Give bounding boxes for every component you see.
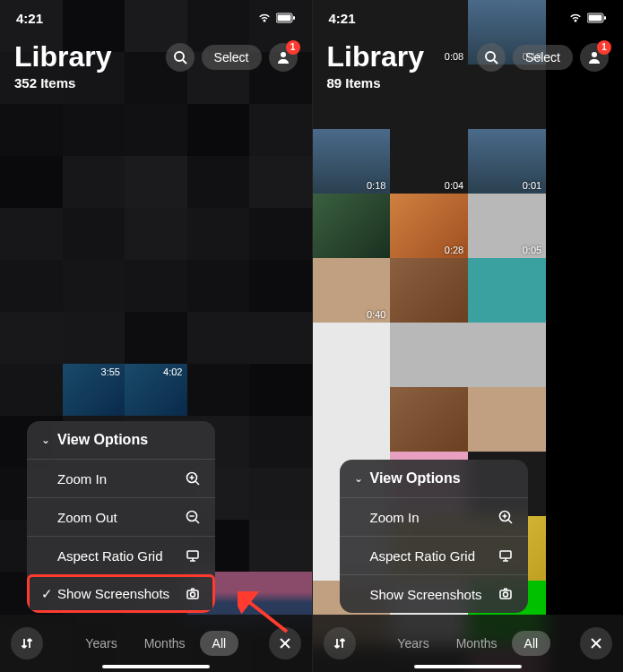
page-title: Library — [14, 40, 111, 73]
view-option-item[interactable]: Aspect Ratio Grid — [340, 536, 528, 574]
close-button[interactable] — [580, 627, 612, 659]
close-icon — [590, 637, 602, 650]
photo-thumbnail[interactable] — [468, 387, 546, 452]
photo-thumbnail[interactable] — [63, 104, 125, 156]
photo-thumbnail[interactable] — [313, 194, 391, 258]
view-option-label: Aspect Ratio Grid — [354, 548, 476, 564]
photo-thumbnail[interactable] — [187, 208, 250, 260]
photo-thumbnail[interactable]: 4:02 — [125, 364, 187, 416]
segment-months[interactable]: Months — [132, 631, 198, 656]
photo-thumbnail[interactable]: 0:40 — [313, 258, 391, 323]
view-option-label: Zoom In — [354, 510, 420, 525]
photo-thumbnail[interactable] — [125, 208, 187, 260]
zoom-in-icon — [185, 470, 201, 487]
segment-all[interactable]: All — [512, 631, 551, 656]
photo-thumbnail[interactable] — [468, 258, 546, 323]
home-indicator[interactable] — [102, 665, 210, 668]
sort-button[interactable] — [324, 627, 356, 659]
sort-button[interactable] — [11, 627, 43, 659]
segment-years[interactable]: Years — [385, 631, 441, 656]
photo-thumbnail[interactable] — [187, 312, 250, 364]
search-button[interactable] — [166, 43, 195, 72]
photo-thumbnail[interactable] — [0, 208, 63, 260]
photo-thumbnail[interactable] — [249, 104, 312, 156]
header: Library Select 1 89 Items — [313, 40, 624, 90]
photo-thumbnail[interactable] — [249, 156, 312, 208]
phone-right: 0:080:180:180:040:010:280:050:40 4:21 Li… — [312, 0, 624, 672]
view-option-item[interactable]: Zoom In — [27, 459, 215, 497]
view-options-header[interactable]: ⌄View Options — [27, 421, 215, 459]
photo-thumbnail[interactable] — [187, 156, 250, 208]
photo-thumbnail[interactable] — [0, 104, 63, 156]
view-option-item[interactable]: Show Screenshots — [340, 574, 528, 613]
photo-thumbnail[interactable] — [249, 468, 312, 520]
photo-thumbnail[interactable] — [390, 323, 468, 387]
callout-arrow — [238, 591, 291, 636]
view-option-label: ✓Show Screenshots — [41, 586, 169, 602]
svg-rect-31 — [500, 551, 511, 558]
photo-thumbnail[interactable] — [63, 156, 125, 208]
select-button[interactable]: Select — [513, 45, 573, 70]
photo-thumbnail[interactable] — [249, 520, 312, 572]
photo-thumbnail[interactable] — [63, 208, 125, 260]
photo-thumbnail[interactable] — [0, 260, 63, 312]
view-option-item[interactable]: Aspect Ratio Grid — [27, 536, 215, 574]
view-option-item[interactable]: Zoom Out — [27, 497, 215, 536]
photo-thumbnail[interactable] — [125, 260, 187, 312]
photo-thumbnail[interactable] — [468, 323, 546, 387]
photo-thumbnail[interactable] — [125, 156, 187, 208]
time-segment: YearsMonthsAll — [48, 629, 264, 658]
photo-thumbnail[interactable] — [249, 260, 312, 312]
segment-all[interactable]: All — [200, 631, 239, 656]
photo-thumbnail[interactable]: 0:04 — [390, 129, 468, 194]
notification-badge: 1 — [286, 40, 300, 55]
photo-thumbnail[interactable] — [390, 387, 468, 452]
view-option-label: Show Screenshots — [354, 587, 482, 602]
photo-thumbnail[interactable] — [125, 312, 187, 364]
photo-thumbnail[interactable]: 0:05 — [468, 194, 546, 258]
svg-point-24 — [486, 52, 495, 61]
home-indicator[interactable] — [414, 665, 522, 668]
search-button[interactable] — [477, 43, 506, 72]
photo-thumbnail[interactable] — [313, 387, 391, 452]
screenshot-icon — [185, 586, 201, 602]
photo-thumbnail[interactable] — [0, 156, 63, 208]
header: Library Select 1 352 Items — [0, 40, 312, 90]
photo-thumbnail[interactable] — [63, 312, 125, 364]
status-icons — [257, 13, 296, 23]
segment-years[interactable]: Years — [73, 631, 129, 656]
svg-rect-13 — [187, 551, 198, 558]
photo-thumbnail[interactable] — [0, 312, 63, 364]
select-button[interactable]: Select — [202, 45, 262, 70]
wifi-icon — [257, 13, 272, 23]
photo-thumbnail[interactable] — [0, 364, 63, 416]
photo-thumbnail[interactable]: 0:28 — [390, 194, 468, 258]
photo-thumbnail[interactable] — [313, 323, 391, 387]
photo-thumbnail[interactable] — [249, 312, 312, 364]
view-options-menu: ⌄View OptionsZoom InZoom OutAspect Ratio… — [27, 421, 215, 613]
photo-thumbnail[interactable] — [249, 364, 312, 416]
search-icon — [484, 50, 498, 65]
photo-thumbnail[interactable] — [63, 260, 125, 312]
photo-thumbnail[interactable]: 0:18 — [313, 129, 391, 194]
photo-thumbnail[interactable] — [187, 260, 250, 312]
view-option-item[interactable]: Zoom In — [340, 497, 528, 536]
photo-thumbnail[interactable] — [187, 104, 250, 156]
photo-thumbnail[interactable]: 0:01 — [468, 129, 546, 194]
status-time: 4:21 — [16, 11, 43, 26]
profile-button[interactable]: 1 — [269, 43, 298, 72]
photo-thumbnail[interactable] — [249, 416, 312, 468]
chevron-down-icon: ⌄ — [41, 434, 50, 446]
photo-thumbnail[interactable] — [125, 104, 187, 156]
notification-badge: 1 — [597, 40, 611, 55]
profile-button[interactable]: 1 — [580, 43, 609, 72]
photo-thumbnail[interactable] — [187, 364, 250, 416]
photo-thumbnail[interactable] — [249, 208, 312, 260]
photo-thumbnail[interactable] — [390, 258, 468, 323]
status-time: 4:21 — [329, 11, 356, 26]
view-option-item[interactable]: ✓Show Screenshots — [27, 574, 215, 613]
segment-months[interactable]: Months — [444, 631, 510, 656]
view-options-header[interactable]: ⌄View Options — [340, 460, 528, 497]
svg-line-11 — [195, 520, 199, 523]
photo-thumbnail[interactable]: 3:55 — [63, 364, 125, 416]
